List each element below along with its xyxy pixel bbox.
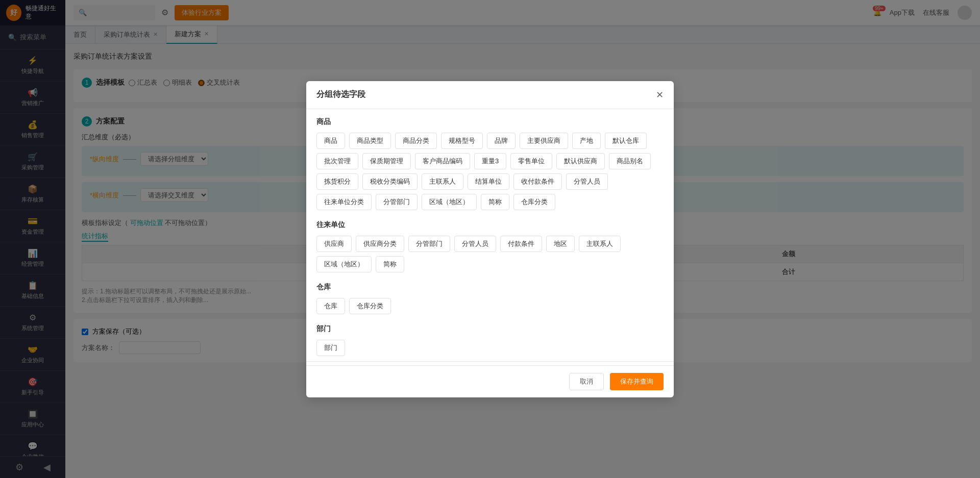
field-section-title-warehouse: 仓库 bbox=[316, 283, 664, 292]
field-tag-商品别名[interactable]: 商品别名 bbox=[609, 153, 651, 169]
modal-title: 分组待选字段 bbox=[316, 89, 365, 100]
field-tag-往来单位分类[interactable]: 往来单位分类 bbox=[316, 194, 372, 210]
field-tag-商品类型[interactable]: 商品类型 bbox=[349, 133, 391, 149]
field-tag-拣货积分[interactable]: 拣货积分 bbox=[316, 173, 358, 190]
field-tag-部门[interactable]: 部门 bbox=[316, 340, 345, 356]
field-tag-结算单位[interactable]: 结算单位 bbox=[468, 173, 509, 190]
modal-close-button[interactable]: ✕ bbox=[656, 89, 664, 100]
field-tag-零售单位[interactable]: 零售单位 bbox=[510, 153, 552, 169]
field-tag-默认仓库[interactable]: 默认仓库 bbox=[605, 133, 647, 149]
confirm-button[interactable]: 保存并查询 bbox=[610, 373, 664, 390]
modal-horizontal-scrollbar[interactable] bbox=[306, 361, 674, 365]
field-tag-付款条件[interactable]: 付款条件 bbox=[500, 236, 542, 252]
field-tag-分管部门[interactable]: 分管部门 bbox=[408, 236, 450, 252]
field-tags-goods: 商品商品类型商品分类规格型号品牌主要供应商产地默认仓库批次管理保质期管理客户商品… bbox=[316, 133, 664, 210]
field-tag-仓库分类[interactable]: 仓库分类 bbox=[349, 298, 391, 314]
field-tag-分管人员[interactable]: 分管人员 bbox=[566, 173, 608, 190]
field-section-warehouse: 仓库仓库仓库分类 bbox=[316, 283, 664, 314]
field-tag-保质期管理[interactable]: 保质期管理 bbox=[362, 153, 411, 169]
field-tag-商品分类[interactable]: 商品分类 bbox=[395, 133, 437, 149]
modal: 分组待选字段 ✕ 商品商品商品类型商品分类规格型号品牌主要供应商产地默认仓库批次… bbox=[306, 81, 674, 397]
field-tags-department: 部门 bbox=[316, 340, 664, 356]
field-tag-收付款条件[interactable]: 收付款条件 bbox=[513, 173, 562, 190]
field-tag-产地[interactable]: 产地 bbox=[572, 133, 601, 149]
modal-footer: 取消 保存并查询 bbox=[306, 365, 674, 397]
field-tag-主要供应商[interactable]: 主要供应商 bbox=[520, 133, 568, 149]
field-tag-默认供应商[interactable]: 默认供应商 bbox=[556, 153, 605, 169]
field-tag-重量3[interactable]: 重量3 bbox=[474, 153, 506, 169]
field-tag-供应商分类[interactable]: 供应商分类 bbox=[356, 236, 404, 252]
field-tags-warehouse: 仓库仓库分类 bbox=[316, 298, 664, 314]
field-section-title-goods: 商品 bbox=[316, 117, 664, 127]
field-tag-区域（地区）[interactable]: 区域（地区） bbox=[422, 194, 477, 210]
field-tag-简称[interactable]: 简称 bbox=[376, 256, 404, 272]
modal-overlay: 分组待选字段 ✕ 商品商品商品类型商品分类规格型号品牌主要供应商产地默认仓库批次… bbox=[0, 0, 980, 478]
field-tag-商品[interactable]: 商品 bbox=[316, 133, 345, 149]
field-tag-仓库[interactable]: 仓库 bbox=[316, 298, 345, 314]
modal-header: 分组待选字段 ✕ bbox=[306, 81, 674, 109]
field-tag-分管人员[interactable]: 分管人员 bbox=[454, 236, 496, 252]
field-tags-partner: 供应商供应商分类分管部门分管人员付款条件地区主联系人区域（地区）简称 bbox=[316, 236, 664, 272]
field-section-title-partner: 往来单位 bbox=[316, 220, 664, 230]
field-tag-批次管理[interactable]: 批次管理 bbox=[316, 153, 358, 169]
field-section-department: 部门部门 bbox=[316, 324, 664, 356]
field-tag-分管部门[interactable]: 分管部门 bbox=[376, 194, 418, 210]
field-tag-品牌[interactable]: 品牌 bbox=[487, 133, 516, 149]
field-tag-规格型号[interactable]: 规格型号 bbox=[441, 133, 483, 149]
field-tag-区域（地区）[interactable]: 区域（地区） bbox=[316, 256, 372, 272]
field-section-goods: 商品商品商品类型商品分类规格型号品牌主要供应商产地默认仓库批次管理保质期管理客户… bbox=[316, 117, 664, 210]
field-tag-主联系人[interactable]: 主联系人 bbox=[422, 173, 463, 190]
field-tag-客户商品编码[interactable]: 客户商品编码 bbox=[415, 153, 470, 169]
field-tag-供应商[interactable]: 供应商 bbox=[316, 236, 352, 252]
modal-body[interactable]: 商品商品商品类型商品分类规格型号品牌主要供应商产地默认仓库批次管理保质期管理客户… bbox=[306, 109, 674, 361]
field-tag-地区[interactable]: 地区 bbox=[546, 236, 575, 252]
field-section-partner: 往来单位供应商供应商分类分管部门分管人员付款条件地区主联系人区域（地区）简称 bbox=[316, 220, 664, 272]
field-tag-税收分类编码[interactable]: 税收分类编码 bbox=[362, 173, 418, 190]
field-tag-仓库分类[interactable]: 仓库分类 bbox=[513, 194, 555, 210]
cancel-button[interactable]: 取消 bbox=[569, 373, 604, 390]
field-section-title-department: 部门 bbox=[316, 324, 664, 334]
field-tag-主联系人[interactable]: 主联系人 bbox=[579, 236, 621, 252]
field-tag-简称[interactable]: 简称 bbox=[481, 194, 509, 210]
